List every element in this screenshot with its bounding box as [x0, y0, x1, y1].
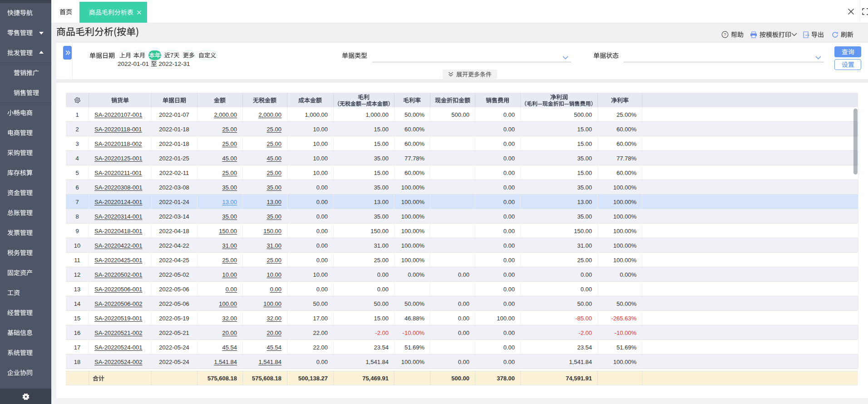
svg-text:?: ?: [724, 32, 726, 37]
